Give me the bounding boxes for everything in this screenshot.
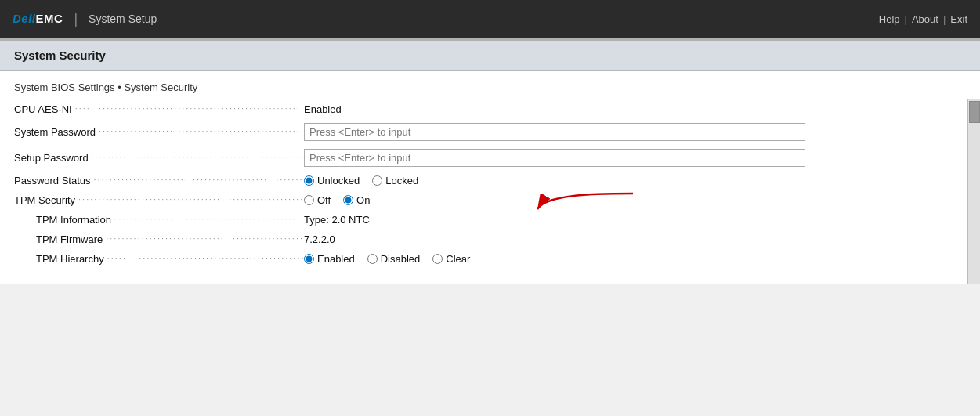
- tpm-hierarchy-enabled-label: Enabled: [317, 253, 355, 265]
- dots-tpm-security: ········································…: [75, 194, 304, 206]
- setup-password-input[interactable]: [304, 149, 805, 167]
- tpm-security-off-radio[interactable]: [304, 195, 314, 205]
- setting-row-tpm-security: TPM Security ···························…: [14, 190, 966, 210]
- tpm-security-on-radio[interactable]: [343, 195, 353, 205]
- tpm-hierarchy-radio-group: Enabled Disabled Clear: [304, 253, 966, 265]
- navbar: DellEMC | System Setup Help | About | Ex…: [0, 0, 980, 38]
- scroll-thumb[interactable]: [969, 101, 980, 123]
- label-part-tpm-firmware: TPM Firmware ···························…: [14, 233, 304, 245]
- label-part-system-password: System Password ························…: [14, 126, 304, 138]
- page-header-title: System Security: [14, 49, 106, 62]
- value-password-status: Unlocked Locked: [304, 175, 966, 186]
- main-content: CPU AES-NI ·····························…: [0, 99, 980, 284]
- exit-link[interactable]: Exit: [950, 13, 967, 25]
- value-tpm-firmware: 7.2.2.0: [304, 233, 966, 245]
- setting-row-setup-password: Setup Password ·························…: [14, 145, 966, 171]
- value-tpm-security: Off On: [304, 194, 966, 206]
- password-status-unlocked-label: Unlocked: [317, 175, 360, 186]
- system-password-input[interactable]: [304, 123, 805, 141]
- navbar-left: DellEMC | System Setup: [13, 11, 157, 27]
- tpm-security-on-label: On: [356, 194, 370, 206]
- setting-row-password-status: Password Status ························…: [14, 171, 966, 190]
- tpm-security-off-option[interactable]: Off: [304, 194, 331, 206]
- breadcrumb-text: System BIOS Settings • System Security: [14, 81, 197, 93]
- label-part-tpm-security: TPM Security ···························…: [14, 194, 304, 206]
- dots-setup-password: ········································…: [89, 152, 304, 164]
- tpm-firmware-value: 7.2.2.0: [304, 233, 335, 245]
- value-tpm-hierarchy: Enabled Disabled Clear: [304, 253, 966, 265]
- tpm-security-radio-group: Off On: [304, 194, 966, 206]
- value-system-password: [304, 123, 966, 141]
- tpm-hierarchy-enabled-radio[interactable]: [304, 254, 314, 264]
- label-part-tpm-information: TPM Information ························…: [14, 214, 304, 226]
- tpm-hierarchy-enabled-option[interactable]: Enabled: [304, 253, 355, 265]
- navbar-right: Help | About | Exit: [879, 13, 967, 25]
- label-cpu-aes-ni: CPU AES-NI: [14, 103, 72, 115]
- scrollbar[interactable]: [967, 99, 980, 284]
- dots-password-status: ········································…: [91, 175, 304, 186]
- label-tpm-information: TPM Information: [14, 214, 111, 226]
- dots-system-password: ········································…: [96, 126, 304, 138]
- page-header: System Security: [0, 41, 980, 71]
- about-link[interactable]: About: [912, 13, 938, 25]
- navbar-divider: |: [74, 11, 78, 27]
- label-tpm-hierarchy: TPM Hierarchy: [14, 253, 104, 265]
- tpm-security-on-option[interactable]: On: [343, 194, 370, 206]
- label-tpm-security: TPM Security: [14, 194, 75, 206]
- setting-row-system-password: System Password ························…: [14, 119, 966, 145]
- label-setup-password: Setup Password: [14, 152, 89, 164]
- brand-logo: DellEMC: [13, 12, 63, 26]
- password-status-locked-radio[interactable]: [372, 175, 382, 186]
- password-status-unlocked-radio[interactable]: [304, 175, 314, 186]
- setting-row-cpu-aes-ni: CPU AES-NI ·····························…: [14, 99, 966, 119]
- tpm-security-off-label: Off: [317, 194, 331, 206]
- dots-tpm-firmware: ········································…: [103, 233, 304, 245]
- label-part-tpm-hierarchy: TPM Hierarchy ··························…: [14, 253, 304, 265]
- setting-row-tpm-firmware: TPM Firmware ···························…: [14, 230, 966, 249]
- tpm-hierarchy-clear-radio[interactable]: [432, 254, 443, 264]
- dots-tpm-information: ········································…: [111, 214, 304, 226]
- sep1: |: [905, 13, 907, 25]
- tpm-hierarchy-disabled-radio[interactable]: [367, 254, 378, 264]
- tpm-hierarchy-disabled-label: Disabled: [381, 253, 421, 265]
- sep2: |: [943, 13, 946, 25]
- label-part-password-status: Password Status ························…: [14, 175, 304, 186]
- label-password-status: Password Status: [14, 175, 91, 186]
- tpm-hierarchy-clear-option[interactable]: Clear: [432, 253, 470, 265]
- value-setup-password: [304, 149, 966, 167]
- tpm-hierarchy-clear-label: Clear: [446, 253, 470, 265]
- label-tpm-firmware: TPM Firmware: [14, 233, 103, 245]
- password-status-locked-option[interactable]: Locked: [372, 175, 418, 186]
- dots-cpu-aes-ni: ········································…: [72, 103, 304, 115]
- password-status-locked-label: Locked: [385, 175, 418, 186]
- help-link[interactable]: Help: [879, 13, 900, 25]
- tpm-information-value: Type: 2.0 NTC: [304, 214, 370, 226]
- label-part-setup-password: Setup Password ·························…: [14, 152, 304, 164]
- navbar-title: System Setup: [89, 13, 157, 25]
- tpm-hierarchy-disabled-option[interactable]: Disabled: [367, 253, 421, 265]
- label-part-cpu-aes-ni: CPU AES-NI ·····························…: [14, 103, 304, 115]
- cpu-aes-ni-value: Enabled: [304, 103, 342, 115]
- label-system-password: System Password: [14, 126, 96, 138]
- value-cpu-aes-ni: Enabled: [304, 103, 966, 115]
- password-status-radio-group: Unlocked Locked: [304, 175, 966, 186]
- breadcrumb: System BIOS Settings • System Security: [0, 71, 980, 99]
- password-status-unlocked-option[interactable]: Unlocked: [304, 175, 360, 186]
- dots-tpm-hierarchy: ········································…: [104, 253, 304, 265]
- value-tpm-information: Type: 2.0 NTC: [304, 214, 966, 226]
- setting-row-tpm-information: TPM Information ························…: [14, 210, 966, 230]
- setting-row-tpm-hierarchy: TPM Hierarchy ··························…: [14, 249, 966, 269]
